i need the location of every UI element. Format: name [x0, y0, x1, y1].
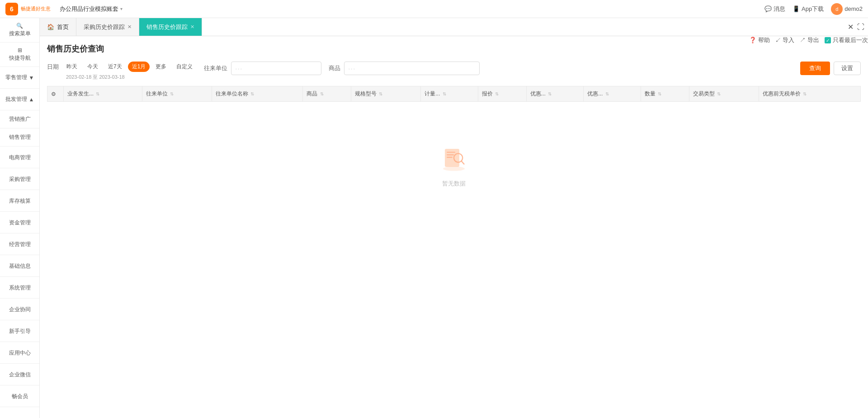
sidebar-item-operations[interactable]: 经营管理: [0, 233, 39, 255]
col-quantity[interactable]: 数量 ⇅: [641, 86, 689, 102]
sidebar-item-wholesale[interactable]: 批发管理 ▲: [0, 89, 39, 110]
grid-icon: ⊞: [18, 47, 22, 53]
table-header: ⚙ 业务发生... ⇅ 往来单位 ⇅ 往来单位名称: [47, 86, 861, 102]
close-all-tabs-icon[interactable]: ✕: [848, 23, 854, 31]
col-spec[interactable]: 规格型号 ⇅: [351, 86, 421, 102]
sidebar-item-ecommerce[interactable]: 电商管理: [0, 147, 39, 168]
svg-rect-1: [445, 149, 459, 167]
col-partner-name[interactable]: 往来单位名称 ⇅: [212, 86, 302, 102]
checkbox-checked-icon: ✓: [825, 37, 831, 43]
tab-home[interactable]: 🏠 首页: [40, 18, 76, 36]
logo-icon: 6: [5, 3, 18, 15]
sidebar-item-purchase[interactable]: 采购管理: [0, 168, 39, 190]
top-bar: 6 畅捷通好生意 办公用品行业模拟账套 ▾ 💬 消息 📱 App下载 d dem…: [0, 0, 868, 18]
sort-icon: ⇅: [320, 91, 324, 96]
sidebar-item-enterprise-collab[interactable]: 企业协同: [0, 299, 39, 320]
sidebar-item-search-menu[interactable]: 🔍 搜索菜单: [0, 18, 39, 43]
settings-button[interactable]: 设置: [834, 62, 861, 75]
date-chip-last7[interactable]: 近7天: [104, 62, 126, 72]
sort-icon: ⇅: [250, 91, 254, 96]
app-title: 办公用品行业模拟账套: [60, 5, 118, 13]
sidebar: 🔍 搜索菜单 ⊞ 快捷导航 零售管理 ▼ 批发管理 ▲ 营销推广 销售管理 电商…: [0, 18, 40, 418]
sidebar-item-basics[interactable]: 基础信息: [0, 255, 39, 277]
logo-area: 6 畅捷通好生意: [5, 3, 51, 15]
sidebar-item-wechat[interactable]: 企业微信: [0, 364, 39, 385]
data-table: ⚙ 业务发生... ⇅ 往来单位 ⇅ 往来单位名称: [47, 86, 861, 102]
sidebar-item-finance[interactable]: 资金管理: [0, 212, 39, 233]
col-biz-date[interactable]: 业务发生... ⇅: [64, 86, 142, 102]
chevron-down-icon: ▼: [29, 75, 34, 81]
svg-rect-4: [447, 157, 453, 158]
sidebar-item-quick-nav[interactable]: ⊞ 快捷导航: [0, 43, 39, 67]
help-button[interactable]: ❓ 帮助: [749, 36, 770, 44]
col-discount2[interactable]: 优惠... ⇅: [584, 86, 641, 102]
sort-icon: ⇅: [443, 91, 446, 96]
help-icon: ❓: [749, 37, 756, 43]
export-button[interactable]: ↗ 导出: [800, 36, 819, 44]
sidebar-item-sales[interactable]: 销售管理: [0, 128, 39, 147]
date-chip-more[interactable]: 更多: [151, 62, 170, 72]
sidebar-item-marketing[interactable]: 营销推广: [0, 110, 39, 128]
date-chip-yesterday[interactable]: 昨天: [62, 62, 81, 72]
message-button[interactable]: 💬 消息: [764, 5, 785, 13]
sidebar-item-vip[interactable]: 畅会员: [0, 385, 39, 407]
main-layout: 🔍 搜索菜单 ⊞ 快捷导航 零售管理 ▼ 批发管理 ▲ 营销推广 销售管理 电商…: [0, 18, 868, 418]
query-button[interactable]: 查询: [800, 62, 830, 75]
app-download-button[interactable]: 📱 App下载: [793, 5, 824, 13]
close-tab-purchase-icon[interactable]: ✕: [127, 24, 132, 30]
date-chip-custom[interactable]: 自定义: [172, 62, 197, 72]
sort-icon: ⇅: [717, 91, 721, 96]
export-icon: ↗: [800, 37, 806, 43]
page-content: ❓ 帮助 ↙ 导入 ↗ 导出 ✓ 只看最后一次: [40, 36, 868, 418]
tabs-right: ✕ ⛶: [844, 18, 868, 36]
sort-icon: ⇅: [495, 91, 499, 96]
empty-illustration: [436, 138, 472, 174]
import-icon: ↙: [775, 37, 781, 43]
sidebar-item-app-center[interactable]: 应用中心: [0, 342, 39, 364]
sidebar-item-retail[interactable]: 零售管理 ▼: [0, 67, 39, 89]
logo-text: 畅捷通好生意: [21, 6, 51, 12]
svg-rect-2: [447, 152, 455, 152]
col-trade-type[interactable]: 交易类型 ⇅: [689, 86, 759, 102]
chevron-up-icon: ▲: [29, 96, 34, 103]
sidebar-item-system[interactable]: 系统管理: [0, 277, 39, 299]
close-tab-sales-icon[interactable]: ✕: [190, 24, 194, 30]
tab-purchase-history[interactable]: 采购历史价跟踪 ✕: [76, 18, 139, 36]
sidebar-item-inventory[interactable]: 库存核算: [0, 190, 39, 212]
col-discount1[interactable]: 优惠... ⇅: [526, 86, 584, 102]
home-icon: 🏠: [47, 24, 54, 30]
sort-icon: ⇅: [379, 91, 382, 96]
tab-sales-history[interactable]: 销售历史价跟踪 ✕: [139, 18, 202, 36]
only-last-checkbox-item[interactable]: ✓ 只看最后一次: [825, 36, 868, 44]
message-icon: 💬: [764, 5, 772, 12]
search-icon: 🔍: [16, 23, 23, 29]
maximize-icon[interactable]: ⛶: [857, 23, 864, 31]
col-pretax-price[interactable]: 优惠前无税单价 ⇅: [759, 86, 860, 102]
date-range-text: 2023-02-18 至 2023-03-18: [66, 74, 197, 81]
partner-input[interactable]: ···: [231, 62, 321, 75]
empty-text: 暂无数据: [442, 180, 466, 188]
user-menu[interactable]: d demo2: [831, 3, 863, 15]
filter-bar: 日期 昨天 今天 近7天 近1月 更多 自定义 2023-02-18 至 202…: [47, 62, 861, 81]
svg-rect-3: [447, 154, 454, 155]
import-button[interactable]: ↙ 导入: [775, 36, 795, 44]
partner-filter-group: 往来单位 ···: [204, 62, 321, 75]
sort-icon: ⇅: [605, 91, 609, 96]
top-actions: ❓ 帮助 ↙ 导入 ↗ 导出 ✓ 只看最后一次: [749, 36, 868, 44]
top-bar-right: 💬 消息 📱 App下载 d demo2: [764, 3, 863, 15]
col-unit[interactable]: 计量... ⇅: [421, 86, 478, 102]
col-partner-code[interactable]: 往来单位 ⇅: [142, 86, 212, 102]
date-chips: 昨天 今天 近7天 近1月 更多 自定义: [62, 62, 197, 72]
date-chip-today[interactable]: 今天: [83, 62, 102, 72]
app-selector[interactable]: 办公用品行业模拟账套 ▾: [60, 5, 123, 13]
col-quote[interactable]: 报价 ⇅: [478, 86, 526, 102]
col-settings[interactable]: ⚙: [47, 86, 64, 102]
sidebar-item-newbie[interactable]: 新手引导: [0, 320, 39, 342]
goods-input[interactable]: ···: [344, 62, 480, 75]
sort-icon: ⇅: [658, 91, 661, 96]
date-label: 日期: [47, 63, 59, 71]
sort-icon: ⇅: [803, 91, 807, 96]
svg-point-0: [443, 166, 465, 171]
date-chip-last1m[interactable]: 近1月: [128, 62, 150, 72]
col-goods[interactable]: 商品 ⇅: [303, 86, 351, 102]
